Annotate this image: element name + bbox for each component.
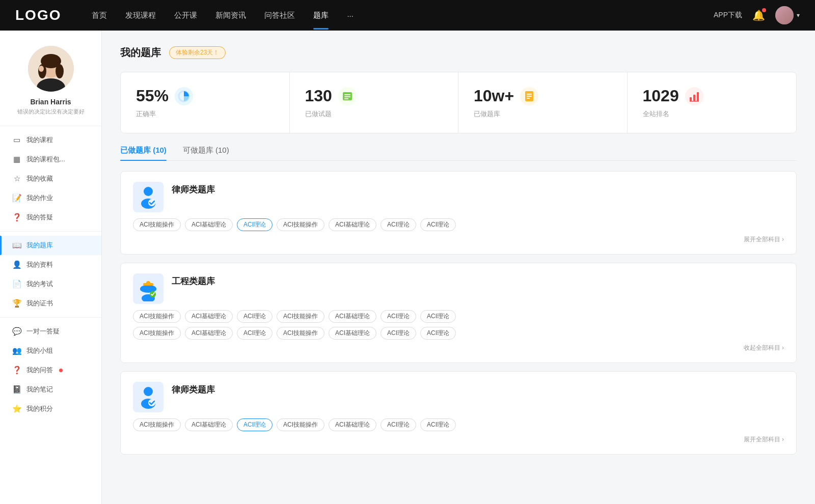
stat-top: 55% — [136, 87, 274, 105]
sidebar-item-label: 一对一答疑 — [26, 327, 60, 336]
tag-2-10[interactable]: ACI理论 — [237, 327, 273, 340]
tag-2-5[interactable]: ACI基础理论 — [329, 310, 376, 323]
svg-point-5 — [56, 64, 64, 78]
sidebar-item-questions[interactable]: ❓ 我的答疑 — [0, 208, 101, 227]
avatar-image — [775, 6, 794, 24]
star-icon: ☆ — [12, 174, 21, 183]
chat-icon: 💬 — [12, 327, 21, 336]
tag-3-5[interactable]: ACI基础理论 — [329, 418, 376, 431]
list-icon-wrap — [338, 87, 357, 105]
nav-discover[interactable]: 发现课程 — [125, 11, 156, 20]
user-avatar-menu[interactable]: ▾ — [775, 6, 800, 24]
qa-icon: ❓ — [12, 366, 21, 375]
tag-1-7[interactable]: ACI理论 — [420, 218, 456, 231]
sidebar-item-exam[interactable]: 📄 我的考试 — [0, 274, 101, 294]
chevron-down-icon: ▾ — [797, 12, 800, 19]
sidebar-item-profile[interactable]: 👤 我的资料 — [0, 255, 101, 274]
tag-2-2[interactable]: ACI基础理论 — [185, 310, 233, 323]
sidebar-item-label: 我的证书 — [26, 299, 53, 308]
tag-1-5[interactable]: ACI基础理论 — [329, 218, 376, 231]
expand-btn-1[interactable]: 展开全部科目 › — [744, 235, 784, 244]
tag-3-1[interactable]: ACI技能操作 — [133, 418, 181, 431]
tag-3-2[interactable]: ACI基础理论 — [185, 418, 233, 431]
nav-more[interactable]: ··· — [347, 11, 354, 20]
svg-point-20 — [144, 187, 153, 196]
tag-2-11[interactable]: ACI技能操作 — [277, 327, 324, 340]
qbank-title-1: 律师类题库 — [172, 182, 215, 195]
sidebar-item-points[interactable]: ⭐ 我的积分 — [0, 399, 101, 418]
tabs-row: 已做题库 (10) 可做题库 (10) — [120, 146, 797, 161]
tag-2-3[interactable]: ACI理论 — [237, 310, 273, 323]
cert-icon: 🏆 — [12, 299, 21, 308]
stat-label-done: 已做试题 — [305, 109, 443, 119]
expand-btn-3[interactable]: 展开全部科目 › — [744, 435, 784, 444]
tag-3-3[interactable]: ACI理论 — [237, 418, 273, 431]
sidebar-item-my-course[interactable]: ▭ 我的课程 — [0, 130, 101, 150]
sidebar-item-label: 我的积分 — [26, 404, 53, 413]
qbank-tags-2-row1: ACI技能操作 ACI基础理论 ACI理论 ACI技能操作 ACI基础理论 AC… — [133, 310, 784, 323]
qbank-card-1: 律师类题库 ACI技能操作 ACI基础理论 ACI理论 ACI技能操作 ACI基… — [120, 171, 797, 255]
svg-point-28 — [144, 387, 153, 396]
svg-point-6 — [39, 66, 44, 72]
sidebar-item-homework[interactable]: 📝 我的作业 — [0, 188, 101, 208]
tag-2-4[interactable]: ACI技能操作 — [277, 310, 324, 323]
sidebar-item-my-qa[interactable]: ❓ 我的问答 — [0, 360, 101, 380]
qa-red-dot — [59, 369, 63, 372]
sidebar-item-label: 我的问答 — [26, 366, 53, 375]
qbank-card-3: 律师类题库 ACI技能操作 ACI基础理论 ACI理论 ACI技能操作 ACI基… — [120, 371, 797, 455]
tag-2-13[interactable]: ACI理论 — [381, 327, 416, 340]
tag-2-8[interactable]: ACI技能操作 — [133, 327, 181, 340]
tag-3-4[interactable]: ACI技能操作 — [277, 418, 324, 431]
tag-1-3[interactable]: ACI理论 — [237, 218, 273, 231]
chart-icon-wrap — [685, 87, 703, 105]
sidebar-item-label: 我的题库 — [26, 241, 53, 250]
sidebar-item-group[interactable]: 👥 我的小组 — [0, 341, 101, 360]
tag-2-7[interactable]: ACI理论 — [420, 310, 456, 323]
notification-dot — [762, 8, 766, 12]
nav-news[interactable]: 新闻资讯 — [215, 11, 246, 20]
sidebar-item-certificate[interactable]: 🏆 我的证书 — [0, 294, 101, 313]
nav-qbank[interactable]: 题库 — [313, 11, 329, 20]
sidebar-divider-top — [0, 126, 101, 126]
qbank-icon-lawyer-3 — [133, 382, 164, 412]
tag-2-1[interactable]: ACI技能操作 — [133, 310, 181, 323]
course-icon: ▭ — [12, 135, 21, 145]
tag-1-2[interactable]: ACI基础理论 — [185, 218, 233, 231]
sidebar-divider-mid — [0, 231, 101, 232]
sidebar-item-notes[interactable]: 📓 我的笔记 — [0, 380, 101, 399]
tag-1-4[interactable]: ACI技能操作 — [277, 218, 324, 231]
tab-available-banks[interactable]: 可做题库 (10) — [183, 146, 229, 160]
tag-3-6[interactable]: ACI理论 — [381, 418, 416, 431]
qbank-icon-lawyer-1 — [133, 182, 164, 212]
tag-2-14[interactable]: ACI理论 — [420, 327, 456, 340]
stat-value-done: 130 — [305, 87, 332, 105]
nav-home[interactable]: 首页 — [92, 11, 107, 20]
tag-2-9[interactable]: ACI基础理论 — [185, 327, 233, 340]
nav-open-course[interactable]: 公开课 — [174, 11, 197, 20]
stat-top: 1029 — [643, 87, 781, 105]
tag-2-6[interactable]: ACI理论 — [381, 310, 416, 323]
tag-2-12[interactable]: ACI基础理论 — [329, 327, 376, 340]
stat-label-banks: 已做题库 — [474, 109, 612, 119]
stat-done-questions: 130 已做试题 — [290, 72, 459, 133]
sidebar-divider-3 — [0, 317, 101, 318]
sidebar-item-favorites[interactable]: ☆ 我的收藏 — [0, 169, 101, 188]
qbank-footer-2: 收起全部科目 › — [133, 344, 784, 352]
pie-chart-icon — [178, 90, 190, 102]
sidebar-item-label: 我的课程 — [26, 135, 53, 145]
stats-row: 55% 正确率 130 — [120, 72, 797, 133]
tab-done-banks[interactable]: 已做题库 (10) — [120, 146, 167, 160]
tag-1-1[interactable]: ACI技能操作 — [133, 218, 181, 231]
sidebar-item-qbank[interactable]: 📖 我的题库 — [0, 236, 101, 255]
svg-rect-14 — [527, 96, 532, 97]
app-download-btn[interactable]: APP下载 — [714, 11, 742, 20]
logo[interactable]: LOGO — [15, 7, 61, 23]
collapse-btn-2[interactable]: 收起全部科目 › — [744, 344, 784, 352]
tag-3-7[interactable]: ACI理论 — [420, 418, 456, 431]
notification-bell[interactable]: 🔔 — [752, 9, 765, 21]
sidebar-item-course-package[interactable]: ▦ 我的课程包... — [0, 150, 101, 169]
tag-1-6[interactable]: ACI理论 — [381, 218, 416, 231]
sidebar-item-one-on-one[interactable]: 💬 一对一答疑 — [0, 322, 101, 341]
nav-qa[interactable]: 问答社区 — [264, 11, 295, 20]
qbank-icon-engineer — [133, 273, 164, 304]
